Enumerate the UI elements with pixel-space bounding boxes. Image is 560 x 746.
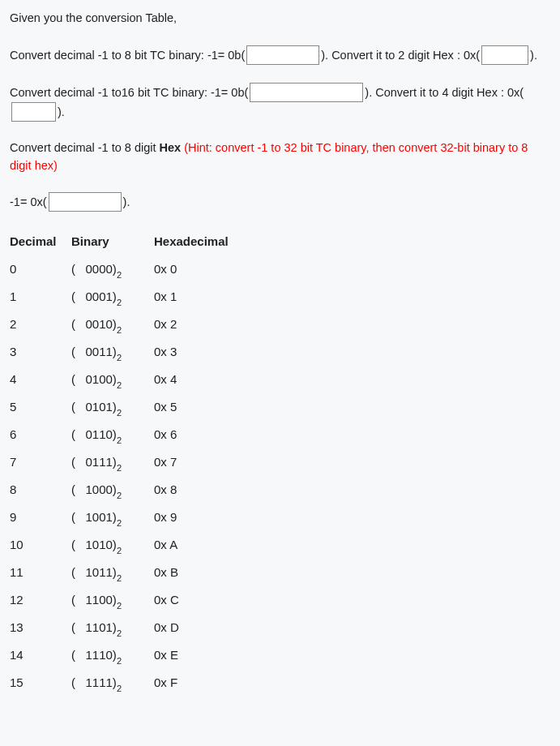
cell-binary: ( 0011)2: [71, 339, 154, 367]
q2-part3: ).: [58, 105, 65, 118]
question-3: Convert decimal -1 to 8 digit Hex (Hint:…: [10, 139, 550, 175]
conversion-table: Decimal Binary Hexadecimal 0( 0000)20x 0…: [10, 229, 240, 697]
question-3-answer: -1= 0x( ).: [10, 192, 550, 212]
cell-binary: ( 0110)2: [71, 422, 154, 449]
cell-hex: 0x 9: [154, 504, 240, 532]
q1-binary-input[interactable]: [246, 45, 319, 65]
cell-hex: 0x 2: [154, 311, 240, 339]
cell-decimal: 15: [10, 670, 71, 697]
q1-part1: Convert decimal -1 to 8 bit TC binary: -…: [10, 49, 245, 62]
cell-binary: ( 1100)2: [71, 587, 154, 615]
cell-hex: 0x C: [154, 587, 240, 615]
cell-hex: 0x 0: [154, 256, 240, 284]
cell-decimal: 12: [10, 587, 71, 615]
cell-hex: 0x 6: [154, 422, 240, 449]
cell-decimal: 13: [10, 615, 71, 642]
cell-binary: ( 0001)2: [71, 284, 154, 311]
table-row: 14( 1110)20x E: [10, 642, 240, 670]
q2-binary-input[interactable]: [250, 83, 363, 102]
table-header-row: Decimal Binary Hexadecimal: [10, 229, 240, 256]
cell-decimal: 11: [10, 560, 71, 587]
table-row: 3( 0011)20x 3: [10, 339, 240, 367]
cell-hex: 0x E: [154, 642, 240, 670]
table-row: 9( 1001)20x 9: [10, 504, 240, 532]
cell-hex: 0x F: [154, 670, 240, 697]
q1-hex-input[interactable]: [481, 45, 528, 65]
cell-binary: ( 1001)2: [71, 504, 154, 532]
cell-binary: ( 0000)2: [71, 256, 154, 284]
cell-binary: ( 1010)2: [71, 532, 154, 560]
q1-part3: ).: [530, 49, 537, 62]
cell-binary: ( 1111)2: [71, 670, 154, 697]
cell-decimal: 14: [10, 642, 71, 670]
cell-binary: ( 1110)2: [71, 642, 154, 670]
table-row: 4( 0100)20x 4: [10, 367, 240, 394]
cell-hex: 0x 7: [154, 449, 240, 477]
q3ans-part1: -1= 0x(: [10, 195, 47, 208]
cell-binary: ( 1011)2: [71, 560, 154, 587]
table-row: 8( 1000)20x 8: [10, 477, 240, 504]
cell-binary: ( 0010)2: [71, 311, 154, 339]
cell-decimal: 5: [10, 394, 71, 422]
cell-hex: 0x A: [154, 532, 240, 560]
table-row: 11( 1011)20x B: [10, 560, 240, 587]
table-row: 13( 1101)20x D: [10, 615, 240, 642]
cell-decimal: 3: [10, 339, 71, 367]
question-2: Convert decimal -1 to16 bit TC binary: -…: [10, 83, 550, 122]
cell-decimal: 4: [10, 367, 71, 394]
intro-text: Given you the conversion Table,: [10, 10, 550, 28]
cell-decimal: 8: [10, 477, 71, 504]
cell-hex: 0x 4: [154, 367, 240, 394]
q3-bold: Hex: [160, 141, 182, 154]
cell-decimal: 1: [10, 284, 71, 311]
q3-part1: Convert decimal -1 to 8 digit: [10, 141, 160, 154]
table-row: 5( 0101)20x 5: [10, 394, 240, 422]
table-row: 2( 0010)20x 2: [10, 311, 240, 339]
cell-decimal: 0: [10, 256, 71, 284]
table-row: 12( 1100)20x C: [10, 587, 240, 615]
cell-binary: ( 0111)2: [71, 449, 154, 477]
cell-hex: 0x 5: [154, 394, 240, 422]
cell-hex: 0x 3: [154, 339, 240, 367]
cell-decimal: 6: [10, 422, 71, 449]
table-row: 7( 0111)20x 7: [10, 449, 240, 477]
table-row: 0( 0000)20x 0: [10, 256, 240, 284]
cell-decimal: 10: [10, 532, 71, 560]
table-row: 15( 1111)20x F: [10, 670, 240, 697]
q2-hex-input[interactable]: [11, 102, 56, 122]
q3-hex-input[interactable]: [49, 192, 122, 212]
cell-binary: ( 0101)2: [71, 394, 154, 422]
table-row: 10( 1010)20x A: [10, 532, 240, 560]
table-row: 1( 0001)20x 1: [10, 284, 240, 311]
cell-decimal: 7: [10, 449, 71, 477]
cell-binary: ( 0100)2: [71, 367, 154, 394]
cell-decimal: 2: [10, 311, 71, 339]
cell-binary: ( 1000)2: [71, 477, 154, 504]
cell-hex: 0x 8: [154, 477, 240, 504]
q2-part1: Convert decimal -1 to16 bit TC binary: -…: [10, 86, 248, 99]
q1-part2: ). Convert it to 2 digit Hex : 0x(: [321, 49, 480, 62]
q3ans-part2: ).: [123, 195, 130, 208]
cell-hex: 0x B: [154, 560, 240, 587]
table-row: 6( 0110)20x 6: [10, 422, 240, 449]
cell-decimal: 9: [10, 504, 71, 532]
header-binary: Binary: [71, 229, 154, 256]
header-hex: Hexadecimal: [154, 229, 240, 256]
q2-part2: ). Convert it to 4 digit Hex : 0x(: [365, 86, 524, 99]
question-1: Convert decimal -1 to 8 bit TC binary: -…: [10, 45, 550, 65]
cell-hex: 0x D: [154, 615, 240, 642]
cell-hex: 0x 1: [154, 284, 240, 311]
header-decimal: Decimal: [10, 229, 71, 256]
cell-binary: ( 1101)2: [71, 615, 154, 642]
